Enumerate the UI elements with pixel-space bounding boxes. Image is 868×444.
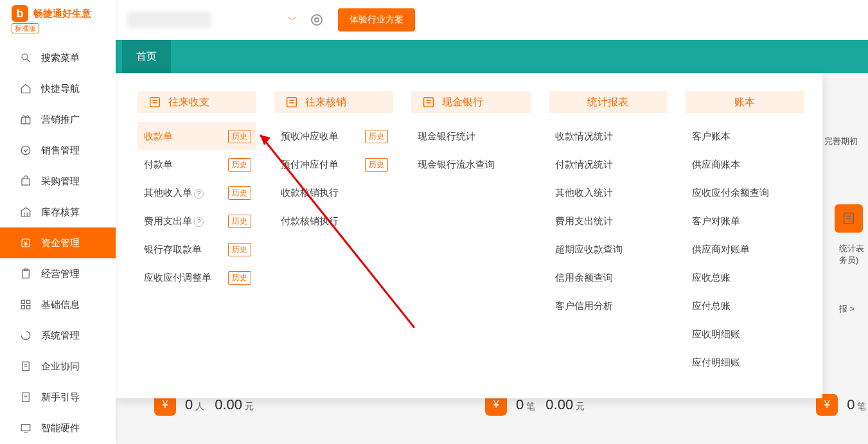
- sidebar-item-sales[interactable]: 销售管理: [0, 135, 116, 166]
- history-tag[interactable]: 历史: [228, 158, 251, 172]
- gift-icon: [19, 113, 32, 126]
- mega-item[interactable]: 供应商对账单: [686, 235, 804, 263]
- sidebar-item-tv[interactable]: 智能硬件: [0, 413, 116, 443]
- sidebar-item-label: 企业协同: [41, 360, 80, 373]
- svg-rect-5: [22, 179, 30, 185]
- mega-item[interactable]: 现金银行流水查询: [411, 150, 530, 179]
- mega-item[interactable]: 付款核销执行: [274, 207, 393, 235]
- sidebar-item-clipboard[interactable]: 经营管理: [0, 258, 116, 289]
- stat-count-unit: 人: [195, 401, 204, 413]
- history-tag[interactable]: 历史: [228, 271, 251, 285]
- sidebar-item-label: 采购管理: [41, 175, 80, 188]
- svg-point-4: [21, 146, 30, 155]
- mega-item[interactable]: 收款单历史: [137, 122, 256, 150]
- sidebar-item-label: 新手引导: [41, 391, 80, 404]
- tab-home[interactable]: 首页: [122, 40, 171, 73]
- sidebar-item-note[interactable]: 企业协同: [0, 351, 116, 382]
- sidebar-item-cart[interactable]: 采购管理: [0, 166, 116, 197]
- sidebar-item-label: 营销推广: [41, 114, 80, 126]
- mega-item[interactable]: 其他收入单?历史: [137, 179, 256, 207]
- mega-item[interactable]: 预付冲应付单历史: [274, 150, 393, 179]
- mega-item-label: 现金银行流水查询: [418, 159, 495, 171]
- mega-col-header: 往来核销: [274, 91, 393, 113]
- mega-item-label: 付款单: [144, 159, 173, 171]
- mega-item-label: 其他收入统计: [555, 187, 613, 199]
- mega-item[interactable]: 收款情况统计: [549, 122, 668, 150]
- stat-count: 0: [847, 396, 855, 413]
- sidebar-item-money[interactable]: 资金管理: [0, 227, 116, 258]
- history-tag[interactable]: 历史: [228, 130, 251, 143]
- sidebar-item-label: 智能硬件: [41, 422, 80, 434]
- history-tag[interactable]: 历史: [365, 158, 388, 172]
- sidebar-item-guide[interactable]: 新手引导: [0, 382, 116, 413]
- hint-text: 统计表: [839, 243, 864, 254]
- history-tag[interactable]: 历史: [365, 130, 388, 143]
- mega-item[interactable]: 其他收入统计: [549, 179, 668, 207]
- mega-item-label: 银行存取款单: [144, 244, 202, 256]
- floating-action-icon[interactable]: [835, 204, 863, 233]
- sidebar-item-search[interactable]: 搜索菜单: [0, 42, 116, 73]
- mega-col-header: 统计报表: [549, 91, 668, 113]
- mega-item[interactable]: 客户信用分析: [549, 292, 668, 320]
- svg-rect-26: [287, 98, 297, 107]
- mega-col-title: 统计报表: [587, 96, 628, 109]
- hint-text: 完善期初: [824, 135, 863, 148]
- mega-item[interactable]: 费用支出统计: [549, 207, 668, 235]
- mega-item[interactable]: 现金银行统计: [411, 122, 530, 150]
- mega-col-title: 现金银行: [442, 96, 483, 109]
- mega-item[interactable]: 应付明细账: [686, 348, 804, 377]
- mega-item[interactable]: 客户对账单: [686, 207, 804, 235]
- history-tag[interactable]: 历史: [228, 215, 251, 228]
- edition-badge: 标准版: [12, 23, 39, 33]
- svg-line-1: [27, 59, 30, 62]
- mega-item[interactable]: 客户账本: [686, 122, 804, 150]
- mega-item-label: 供应商账本: [692, 159, 740, 171]
- svg-rect-12: [21, 306, 24, 309]
- guide-icon: [19, 391, 32, 404]
- mega-item[interactable]: 收款核销执行: [274, 179, 393, 207]
- sidebar-item-stock[interactable]: 库存核算: [0, 197, 116, 227]
- svg-rect-29: [424, 98, 434, 107]
- mega-item[interactable]: 应付总账: [686, 292, 804, 320]
- chevron-down-icon[interactable]: ﹀: [288, 14, 297, 26]
- mega-col-0: 往来收支收款单历史付款单历史其他收入单?历史费用支出单?历史银行存取款单历史应收…: [137, 91, 256, 377]
- svg-point-0: [22, 54, 28, 60]
- mega-item-label: 应收应付调整单: [144, 272, 211, 284]
- mega-col-1: 往来核销预收冲应收单历史预付冲应付单历史收款核销执行付款核销执行: [274, 91, 393, 377]
- mega-item[interactable]: 供应商账本: [686, 150, 804, 179]
- stat-count: 0: [516, 396, 524, 413]
- mega-item[interactable]: 超期应收款查询: [549, 235, 668, 263]
- sidebar-item-label: 搜索菜单: [41, 52, 80, 64]
- mega-item-label: 应付明细账: [692, 357, 740, 369]
- mega-item[interactable]: 银行存取款单历史: [137, 235, 256, 263]
- mega-item[interactable]: 应收应付余额查询: [686, 179, 804, 207]
- mega-item[interactable]: 费用支出单?历史: [137, 207, 256, 235]
- mega-col-title: 往来收支: [168, 96, 209, 109]
- sidebar-item-gift[interactable]: 营销推广: [0, 104, 116, 135]
- sidebar-item-grid[interactable]: 基础信息: [0, 289, 116, 320]
- history-tag[interactable]: 历史: [228, 243, 251, 256]
- gear-icon[interactable]: [311, 14, 323, 26]
- mega-item[interactable]: 付款单历史: [137, 150, 256, 179]
- help-icon[interactable]: ?: [194, 217, 204, 227]
- mega-item-label: 付款核销执行: [281, 215, 339, 227]
- mega-item[interactable]: 应收总账: [686, 263, 804, 292]
- mega-item[interactable]: 信用余额查询: [549, 263, 668, 292]
- experience-plan-button[interactable]: 体验行业方案: [338, 8, 415, 31]
- mega-item[interactable]: 预收冲应收单历史: [274, 122, 393, 150]
- sidebar-item-loading[interactable]: 系统管理: [0, 320, 116, 351]
- mega-item[interactable]: 付款情况统计: [549, 150, 668, 179]
- mega-col-title: 账本: [734, 96, 755, 109]
- history-tag[interactable]: 历史: [228, 186, 251, 200]
- brand-title: 畅捷通好生意: [33, 8, 91, 20]
- mega-item-label: 收款情况统计: [555, 130, 613, 143]
- home-icon: [19, 82, 32, 95]
- mega-item[interactable]: 应收应付调整单历史: [137, 263, 256, 292]
- mega-item[interactable]: 应收明细账: [686, 320, 804, 348]
- cart-icon: [19, 175, 32, 188]
- help-icon[interactable]: ?: [194, 189, 204, 199]
- sidebar: b 畅捷通好生意 标准版 搜索菜单快捷导航营销推广销售管理采购管理库存核算资金管…: [0, 0, 116, 444]
- loading-icon: [19, 329, 32, 342]
- mega-col-title: 往来核销: [305, 96, 346, 109]
- sidebar-item-home[interactable]: 快捷导航: [0, 73, 116, 104]
